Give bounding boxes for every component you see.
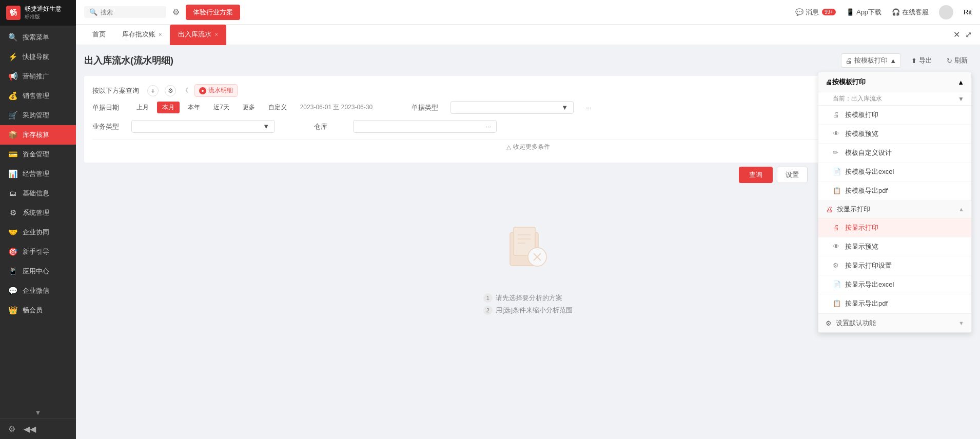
dropdown-item-display-preview[interactable]: 👁 按显示预览 (818, 237, 971, 256)
topbar: 🔍 ⚙ 体验行业方案 💬 消息 99+ 📱 App下载 🎧 在线客服 Rit (76, 0, 980, 25)
lightning-icon: ⚡ (8, 52, 17, 62)
dropdown-item-template-custom[interactable]: ✏ 模板自定义设计 (818, 144, 971, 163)
tab-stock-flow[interactable]: 出入库流水 × (170, 25, 226, 45)
tab-expand-btn[interactable]: ⤢ (965, 30, 972, 39)
logo-text: 畅捷通好生意 标准版 (25, 5, 62, 21)
search-bar[interactable]: 🔍 (84, 6, 166, 18)
sidebar-nav: 🔍 搜索菜单 ⚡ 快捷导航 📢 营销推广 💰 销售管理 🛒 采购管理 📦 库存核… (0, 26, 76, 407)
print-template-btn[interactable]: 🖨 按模板打印 ▲ (841, 53, 901, 68)
sidebar-item-quick-nav[interactable]: ⚡ 快捷导航 (0, 47, 76, 67)
query-btn[interactable]: 查询 (739, 167, 773, 183)
display-print-icon: 🖨 (833, 224, 841, 232)
dropdown-header-print-icon: 🖨 (826, 78, 832, 86)
sidebar-item-basic[interactable]: 🗂 基础信息 (0, 184, 76, 203)
tab-inventory-batch[interactable]: 库存批次账 × (114, 25, 170, 45)
tab-home[interactable]: 首页 (84, 25, 114, 45)
marketing-icon: 📢 (8, 72, 17, 81)
search-input[interactable] (101, 9, 162, 16)
date-option-this-year[interactable]: 本年 (183, 102, 205, 113)
online-service-btn[interactable]: 🎧 在线客服 (892, 8, 929, 17)
date-option-last-7-days[interactable]: 近7天 (208, 102, 234, 113)
sidebar-item-wechat[interactable]: 💬 企业微信 (0, 281, 76, 301)
dropdown-item-display-export-excel[interactable]: 📄 按显示导出excel (818, 275, 971, 294)
mobile-icon: 📱 (846, 8, 854, 16)
collapse-icon[interactable]: ◀◀ (24, 424, 36, 434)
excel-icon: 📄 (833, 168, 841, 176)
sidebar-item-guide[interactable]: 🎯 新手引导 (0, 242, 76, 262)
date-label: 单据日期 (92, 103, 123, 112)
page-title: 出入库流水(流水明细) (84, 54, 173, 67)
dropdown-item-template-export-excel[interactable]: 📄 按模板导出excel (818, 163, 971, 182)
export-btn[interactable]: ⬆ 导出 (907, 54, 936, 67)
dropdown-footer[interactable]: ⚙ 设置默认功能 ▼ (818, 313, 971, 332)
sidebar-item-sales[interactable]: 💰 销售管理 (0, 86, 76, 106)
sidebar-item-operation[interactable]: 📊 经营管理 (0, 164, 76, 184)
display-section-toggle[interactable]: ▲ (958, 206, 964, 212)
sidebar-item-enterprise[interactable]: 🤝 企业协同 (0, 223, 76, 242)
pdf-icon: 📋 (833, 187, 841, 195)
tab-close-all-btn[interactable]: ✕ (953, 30, 960, 39)
setting-btn[interactable]: 设置 (777, 167, 808, 183)
business-type-select[interactable]: ▼ (131, 120, 275, 133)
topbar-right: 💬 消息 99+ 📱 App下载 🎧 在线客服 Rit (795, 5, 972, 19)
display-section-icon: 🖨 (826, 205, 833, 213)
sidebar-item-finance[interactable]: 💳 资金管理 (0, 145, 76, 164)
dropdown-chevron-up-icon[interactable]: ▲ (957, 78, 964, 86)
sidebar-item-system[interactable]: ⚙ 系统管理 (0, 203, 76, 223)
date-option-this-month[interactable]: 本月 (157, 102, 180, 113)
avatar[interactable] (939, 5, 953, 19)
display-excel-icon: 📄 (833, 281, 841, 289)
date-option-more[interactable]: 更多 (238, 102, 260, 113)
chevron-up-icon: △ (506, 144, 511, 151)
filter-tag-item[interactable]: ● 流水明细 (194, 84, 238, 97)
page-header: 出入库流水(流水明细) 🖨 按模板打印 ▲ ⬆ 导出 ↻ 刷新 (84, 53, 972, 68)
message-btn[interactable]: 💬 消息 99+ (795, 8, 836, 17)
doc-type-select[interactable]: ▼ (450, 101, 574, 114)
tab-stock-flow-close[interactable]: × (214, 31, 218, 37)
tabbar-actions: ✕ ⤢ (953, 30, 972, 39)
sidebar: 畅 畅捷通好生意 标准版 🔍 搜索菜单 ⚡ 快捷导航 📢 营销推广 💰 销售管理… (0, 0, 76, 439)
tab-inventory-batch-close[interactable]: × (159, 31, 162, 37)
chevron-up-icon: ▲ (890, 57, 896, 65)
empty-state-tips: 1 请先选择要分析的方案 2 用[选]条件来缩小分析范围 (483, 293, 573, 318)
sales-icon: 💰 (8, 91, 17, 101)
sidebar-item-marketing[interactable]: 📢 营销推广 (0, 67, 76, 86)
warehouse-more-icon[interactable]: ··· (485, 123, 491, 130)
dropdown-item-template-export-pdf[interactable]: 📋 按模板导出pdf (818, 182, 971, 201)
date-option-last-month[interactable]: 上月 (131, 102, 154, 113)
dropdown-item-template-preview[interactable]: 👁 按模板预览 (818, 125, 971, 144)
sidebar-item-app-center[interactable]: 📱 应用中心 (0, 262, 76, 281)
dropdown-footer-settings-icon: ⚙ 设置默认功能 (826, 318, 876, 328)
refresh-icon: ↻ (947, 57, 952, 65)
business-type-arrow: ▼ (263, 123, 269, 130)
warehouse-select[interactable]: ··· (353, 120, 497, 133)
print-dropdown-panel: 🖨 按模板打印 ▲ 当前：出入库流水 ▼ 🖨 按模板打印 👁 按模板预 (818, 72, 972, 333)
app-download-btn[interactable]: 📱 App下载 (846, 8, 881, 17)
refresh-btn[interactable]: ↻ 刷新 (943, 54, 972, 67)
sidebar-item-member[interactable]: 👑 畅会员 (0, 301, 76, 320)
sidebar-item-search[interactable]: 🔍 搜索菜单 (0, 28, 76, 47)
sidebar-item-inventory[interactable]: 📦 库存核算 (0, 125, 76, 145)
dropdown-current-arrow: ▼ (958, 95, 964, 103)
gear-icon[interactable]: ⚙ (172, 7, 180, 17)
dropdown-item-template-print[interactable]: 🖨 按模板打印 (818, 106, 971, 125)
dropdown-display-section[interactable]: 🖨 按显示打印 ▲ (818, 201, 971, 218)
doc-type-more-icon[interactable]: ··· (586, 104, 592, 111)
date-option-custom[interactable]: 自定义 (263, 102, 292, 113)
doc-type-label: 单据类型 (411, 103, 442, 112)
dropdown-item-display-print-setting[interactable]: ⚙ 按显示打印设置 (818, 256, 971, 275)
industry-btn[interactable]: 体验行业方案 (186, 5, 240, 20)
filter-add-btn[interactable]: + (147, 85, 159, 96)
filter-collapse-btn[interactable]: 《 (182, 86, 188, 95)
dropdown-item-display-export-pdf[interactable]: 📋 按显示导出pdf (818, 294, 971, 313)
settings-icon[interactable]: ⚙ (8, 424, 15, 434)
dropdown-item-display-print[interactable]: 🖨 按显示打印 (818, 218, 971, 237)
filter-setting-btn[interactable]: ⚙ (165, 85, 176, 96)
main-content: 🔍 ⚙ 体验行业方案 💬 消息 99+ 📱 App下载 🎧 在线客服 Rit (76, 0, 980, 439)
sidebar-scroll-down[interactable]: ▼ (0, 407, 76, 418)
message-icon: 💬 (795, 8, 803, 16)
display-pdf-icon: 📋 (833, 300, 841, 308)
sidebar-item-purchase[interactable]: 🛒 采购管理 (0, 106, 76, 125)
edit-icon: ✏ (833, 149, 841, 157)
display-setting-icon: ⚙ (833, 262, 841, 270)
